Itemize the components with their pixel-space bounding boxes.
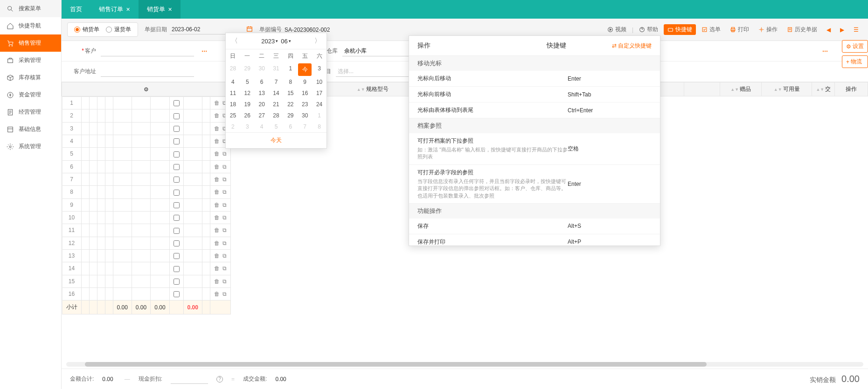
cell[interactable] bbox=[183, 148, 202, 160]
cal-day-other[interactable]: 1 bbox=[312, 110, 326, 121]
cell[interactable] bbox=[81, 211, 89, 224]
cal-day[interactable]: 3 bbox=[312, 63, 326, 76]
history-button[interactable]: 历史单据 bbox=[783, 24, 821, 35]
cal-day[interactable]: 12 bbox=[240, 88, 255, 99]
delete-icon[interactable]: 🗑 bbox=[214, 138, 220, 144]
cal-day[interactable]: 27 bbox=[255, 110, 269, 121]
delete-icon[interactable]: 🗑 bbox=[214, 240, 220, 246]
sidebar-item-system[interactable]: 系统管理 bbox=[0, 138, 61, 155]
discount-input[interactable] bbox=[171, 375, 208, 384]
cell[interactable] bbox=[151, 173, 169, 185]
cell[interactable] bbox=[113, 160, 132, 173]
cell[interactable] bbox=[97, 287, 105, 300]
cell[interactable] bbox=[89, 186, 97, 198]
cell[interactable] bbox=[151, 224, 169, 237]
cell[interactable] bbox=[97, 122, 105, 135]
copy-icon[interactable]: ⧉ bbox=[222, 291, 227, 297]
cell[interactable] bbox=[105, 249, 113, 262]
address-input[interactable] bbox=[101, 66, 194, 77]
cell[interactable] bbox=[202, 262, 210, 275]
cell[interactable] bbox=[183, 262, 202, 275]
checkbox[interactable] bbox=[174, 138, 180, 144]
table-row[interactable]: 3 🗑⧉ bbox=[62, 122, 230, 135]
cell[interactable] bbox=[105, 122, 113, 135]
list-toggle[interactable]: ☰ bbox=[850, 25, 862, 34]
radio-return[interactable]: 退货单 bbox=[106, 26, 131, 34]
cal-day-other[interactable]: 31 bbox=[269, 63, 284, 76]
cell[interactable] bbox=[105, 211, 113, 224]
gift-checkbox[interactable] bbox=[169, 224, 183, 237]
cell[interactable] bbox=[132, 224, 150, 237]
cell[interactable] bbox=[151, 160, 169, 173]
cell[interactable] bbox=[105, 186, 113, 198]
cell[interactable] bbox=[105, 148, 113, 160]
table-row[interactable]: 1 🗑⧉ bbox=[62, 97, 230, 109]
cal-day-today[interactable]: 今 bbox=[298, 63, 312, 76]
copy-icon[interactable]: ⧉ bbox=[222, 265, 227, 272]
cal-day[interactable]: 17 bbox=[312, 88, 326, 99]
cell[interactable] bbox=[151, 211, 169, 224]
cal-day[interactable]: 1 bbox=[283, 63, 298, 76]
checkbox[interactable] bbox=[174, 266, 180, 272]
copy-icon[interactable]: ⧉ bbox=[222, 189, 227, 195]
cell[interactable] bbox=[105, 275, 113, 287]
col-gear[interactable]: ⚙ bbox=[62, 82, 231, 96]
checkbox[interactable] bbox=[174, 190, 180, 196]
cell[interactable] bbox=[202, 275, 210, 287]
cell[interactable] bbox=[81, 173, 89, 185]
cell[interactable] bbox=[202, 249, 210, 262]
cell[interactable] bbox=[81, 97, 89, 109]
cal-day-other[interactable]: 6 bbox=[283, 121, 298, 132]
checkbox[interactable] bbox=[174, 228, 180, 234]
delete-icon[interactable]: 🗑 bbox=[214, 176, 220, 183]
cal-day[interactable]: 21 bbox=[269, 99, 284, 110]
settings-button[interactable]: ⚙设置 bbox=[842, 40, 868, 53]
cell[interactable] bbox=[81, 262, 89, 275]
cell[interactable] bbox=[202, 198, 210, 211]
delete-icon[interactable]: 🗑 bbox=[214, 291, 220, 297]
cal-day-other[interactable]: 2 bbox=[226, 121, 240, 132]
cell[interactable] bbox=[202, 186, 210, 198]
gift-checkbox[interactable] bbox=[169, 97, 183, 109]
cell[interactable] bbox=[183, 186, 202, 198]
scrollbar-thumb[interactable] bbox=[85, 362, 707, 367]
cell[interactable] bbox=[132, 135, 150, 147]
cell[interactable] bbox=[113, 198, 132, 211]
cell[interactable] bbox=[81, 198, 89, 211]
cal-day[interactable]: 24 bbox=[312, 99, 326, 110]
cell[interactable] bbox=[151, 249, 169, 262]
cell[interactable] bbox=[151, 186, 169, 198]
cal-day-other[interactable]: 5 bbox=[269, 121, 284, 132]
table-row[interactable]: 10 🗑⧉ bbox=[62, 211, 230, 224]
cell[interactable] bbox=[97, 275, 105, 287]
cell[interactable] bbox=[81, 249, 89, 262]
cell[interactable] bbox=[89, 97, 97, 109]
cal-day[interactable]: 9 bbox=[298, 76, 312, 88]
cal-day[interactable]: 10 bbox=[312, 76, 326, 88]
table-row[interactable]: 13 🗑⧉ bbox=[62, 249, 230, 262]
cell[interactable] bbox=[113, 275, 132, 287]
cell[interactable] bbox=[113, 224, 132, 237]
cal-day-other[interactable]: 7 bbox=[298, 121, 312, 132]
cal-day[interactable]: 13 bbox=[255, 88, 269, 99]
gift-checkbox[interactable] bbox=[169, 262, 183, 275]
cell[interactable] bbox=[113, 109, 132, 122]
cell[interactable] bbox=[97, 198, 105, 211]
cal-day[interactable]: 6 bbox=[255, 76, 269, 88]
copy-icon[interactable]: ⧉ bbox=[222, 202, 227, 208]
cell[interactable] bbox=[202, 148, 210, 160]
cal-day[interactable]: 7 bbox=[269, 76, 284, 88]
cal-day[interactable]: 25 bbox=[226, 110, 240, 121]
cell[interactable] bbox=[151, 109, 169, 122]
cell[interactable] bbox=[89, 287, 97, 300]
delete-icon[interactable]: 🗑 bbox=[214, 112, 220, 119]
gift-checkbox[interactable] bbox=[169, 135, 183, 147]
cell[interactable] bbox=[105, 198, 113, 211]
cal-day[interactable]: 28 bbox=[269, 110, 284, 121]
cell[interactable] bbox=[89, 109, 97, 122]
cell[interactable] bbox=[132, 109, 150, 122]
cal-day[interactable]: 5 bbox=[240, 76, 255, 88]
year-selector[interactable]: 2023▾ bbox=[261, 38, 278, 45]
cell[interactable] bbox=[89, 160, 97, 173]
gift-checkbox[interactable] bbox=[169, 237, 183, 249]
